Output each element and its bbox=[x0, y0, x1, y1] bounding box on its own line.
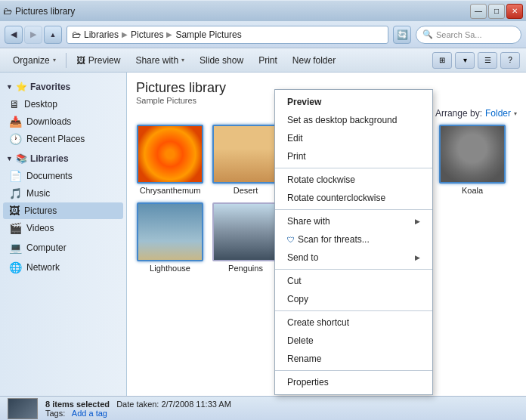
libraries-header[interactable]: ▼ 📚 Libraries bbox=[0, 150, 126, 167]
title-bar-left: 🗁 Pictures library bbox=[3, 6, 75, 17]
thumb-img-penguins bbox=[212, 202, 279, 261]
downloads-label: Downloads bbox=[26, 116, 71, 127]
organize-button[interactable]: Organize ▾ bbox=[6, 51, 63, 70]
libraries-label: Libraries bbox=[30, 153, 69, 164]
close-button[interactable]: ✕ bbox=[506, 4, 523, 19]
print-button[interactable]: Print bbox=[252, 51, 284, 70]
ctx-edit[interactable]: Edit bbox=[275, 129, 432, 147]
thumb-img-chrysanthemum bbox=[137, 125, 203, 184]
preview-button[interactable]: 🖼 Preview bbox=[70, 51, 128, 70]
sidebar-item-recent-places[interactable]: 🕐 Recent Places bbox=[3, 131, 123, 147]
share-with-button[interactable]: Share with ▾ bbox=[128, 51, 191, 70]
favorites-section: ▼ ⭐ Favorites 🖥 Desktop 📥 Downloads 🕐 Re… bbox=[0, 79, 126, 147]
libraries-section: ▼ 📚 Libraries 📄 Documents 🎵 Music 🖼 Pict… bbox=[0, 150, 126, 236]
back-button[interactable]: ◀ bbox=[5, 26, 23, 44]
sidebar-item-computer[interactable]: 💻 Computer bbox=[3, 239, 123, 256]
search-box[interactable]: 🔍 Search Sa... bbox=[416, 26, 521, 44]
title-bar-title: Pictures library bbox=[15, 6, 75, 17]
organize-label: Organize bbox=[13, 55, 50, 66]
new-folder-button[interactable]: New folder bbox=[286, 51, 342, 70]
downloads-icon: 📥 bbox=[9, 116, 22, 128]
up-button[interactable]: ▲ bbox=[44, 26, 62, 44]
pictures-icon: 🖼 bbox=[9, 205, 20, 217]
thumbnail-chrysanthemum[interactable]: Chrysanthemum bbox=[136, 125, 204, 195]
view-dropdown-button[interactable]: ▾ bbox=[455, 52, 475, 69]
address-path[interactable]: 🗁 Libraries ▶ Pictures ▶ Sample Pictures bbox=[67, 26, 388, 44]
ctx-properties[interactable]: Properties bbox=[275, 373, 432, 391]
ctx-copy[interactable]: Copy bbox=[275, 290, 432, 308]
toolbar-separator-1 bbox=[66, 53, 67, 68]
ctx-rotate-cw[interactable]: Rotate clockwise bbox=[275, 171, 432, 189]
sidebar-item-downloads[interactable]: 📥 Downloads bbox=[3, 113, 123, 130]
ctx-send-to[interactable]: Send to ▶ bbox=[275, 249, 432, 267]
sidebar-item-documents[interactable]: 📄 Documents bbox=[3, 168, 123, 184]
penguins-art bbox=[214, 204, 277, 260]
forward-button[interactable]: ▶ bbox=[24, 26, 42, 44]
ctx-sep-5 bbox=[275, 370, 432, 371]
slide-show-label: Slide show bbox=[200, 55, 243, 66]
ctx-create-shortcut[interactable]: Create shortcut bbox=[275, 313, 432, 332]
ctx-print[interactable]: Print bbox=[275, 147, 432, 165]
sidebar-item-music[interactable]: 🎵 Music bbox=[3, 185, 123, 202]
maximize-button[interactable]: □ bbox=[488, 4, 505, 19]
libraries-icon: 📚 bbox=[16, 153, 27, 164]
arrange-dropdown-arrow[interactable]: ▾ bbox=[514, 110, 517, 117]
ctx-scan-threats[interactable]: 🛡Scan for threats... bbox=[275, 230, 432, 249]
ctx-preview[interactable]: Preview bbox=[275, 93, 432, 111]
network-icon: 🌐 bbox=[9, 261, 22, 273]
arrange-value[interactable]: Folder bbox=[485, 108, 511, 119]
help-button[interactable]: ? bbox=[500, 52, 520, 69]
ctx-sep-2 bbox=[275, 209, 432, 210]
thumbnail-desert[interactable]: Desert bbox=[212, 125, 280, 195]
ctx-set-desktop[interactable]: Set as desktop background bbox=[275, 111, 432, 129]
ctx-rename[interactable]: Rename bbox=[275, 350, 432, 368]
favorites-header[interactable]: ▼ ⭐ Favorites bbox=[0, 79, 126, 95]
thumbnail-penguins[interactable]: Penguins bbox=[212, 202, 280, 273]
title-bar: 🗁 Pictures library — □ ✕ bbox=[0, 0, 526, 21]
new-folder-label: New folder bbox=[292, 55, 336, 66]
status-info: 8 items selected Date taken: 2/7/2008 11… bbox=[45, 400, 231, 418]
ctx-sep-4 bbox=[275, 310, 432, 311]
status-count: 8 items selected bbox=[45, 400, 110, 409]
ctx-sep-1 bbox=[275, 168, 432, 168]
thumbnail-koala[interactable]: Koala bbox=[438, 125, 506, 195]
status-tags-value[interactable]: Add a tag bbox=[72, 409, 107, 418]
refresh-button[interactable]: 🔄 bbox=[393, 26, 411, 44]
ctx-rotate-ccw[interactable]: Rotate counterclockwise bbox=[275, 189, 432, 207]
status-date-label: Date taken: bbox=[116, 400, 159, 409]
folder-icon: 🗁 bbox=[3, 6, 12, 17]
path-pictures[interactable]: Pictures bbox=[131, 29, 163, 40]
preview-icon: 🖼 bbox=[76, 55, 85, 66]
path-sample[interactable]: Sample Pictures bbox=[175, 29, 241, 40]
documents-label: Documents bbox=[26, 171, 73, 181]
search-icon: 🔍 bbox=[422, 29, 433, 39]
status-date-value: 2/7/2008 11:33 AM bbox=[162, 400, 231, 409]
ctx-share-with[interactable]: Share with ▶ bbox=[275, 212, 432, 230]
computer-icon: 💻 bbox=[9, 242, 22, 254]
organize-dropdown-arrow: ▾ bbox=[53, 57, 56, 63]
desktop-icon: 🖥 bbox=[9, 98, 20, 110]
chrysanthemum-art bbox=[138, 126, 202, 182]
sidebar-item-videos[interactable]: 🎬 Videos bbox=[3, 220, 123, 236]
videos-label: Videos bbox=[26, 223, 54, 233]
main-area: ▼ ⭐ Favorites 🖥 Desktop 📥 Downloads 🕐 Re… bbox=[0, 73, 526, 396]
sidebar-item-network[interactable]: 🌐 Network bbox=[3, 259, 123, 276]
ctx-delete[interactable]: Delete bbox=[275, 332, 432, 350]
sidebar-item-pictures[interactable]: 🖼 Pictures bbox=[3, 202, 123, 219]
ctx-send-to-label: Send to bbox=[287, 252, 318, 263]
toolbar-right: ⊞ ▾ ☰ ? bbox=[432, 52, 520, 69]
search-placeholder: Search Sa... bbox=[436, 30, 482, 39]
layout-toggle-button[interactable]: ☰ bbox=[478, 52, 497, 69]
thumb-label-koala: Koala bbox=[462, 186, 483, 195]
path-sep-1: ▶ bbox=[122, 30, 128, 39]
network-section: 🌐 Network bbox=[0, 259, 126, 276]
sidebar-item-desktop[interactable]: 🖥 Desktop bbox=[3, 96, 123, 113]
favorites-label: Favorites bbox=[30, 82, 70, 92]
arrange-label: Arrange by: bbox=[435, 108, 482, 119]
thumbnail-lighthouse[interactable]: Lighthouse bbox=[136, 202, 204, 273]
path-libraries[interactable]: Libraries bbox=[84, 29, 119, 40]
view-options-button[interactable]: ⊞ bbox=[432, 52, 452, 69]
ctx-cut[interactable]: Cut bbox=[275, 272, 432, 290]
minimize-button[interactable]: — bbox=[470, 4, 487, 19]
slide-show-button[interactable]: Slide show bbox=[193, 51, 250, 70]
